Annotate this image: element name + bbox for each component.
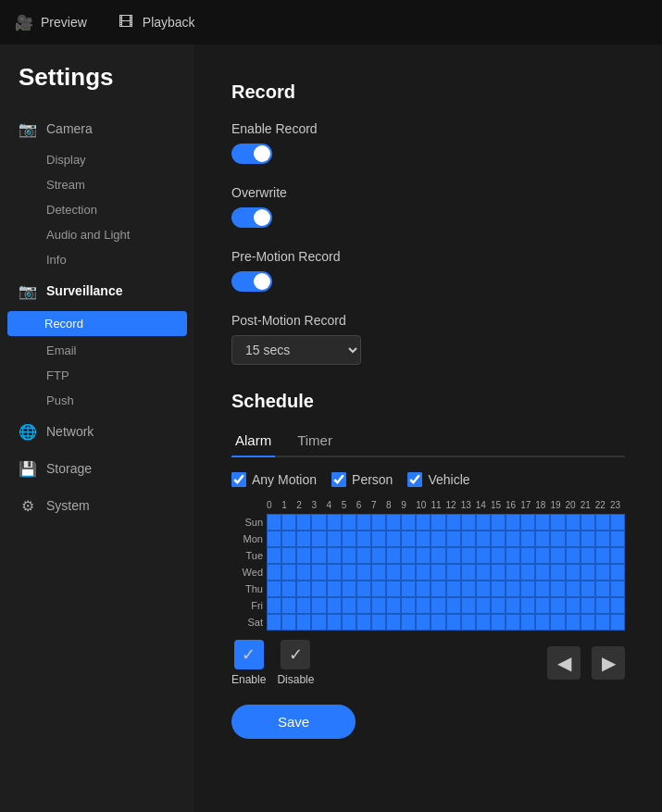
grid-cell-mon-9[interactable] (401, 531, 416, 547)
grid-cell-fri-20[interactable] (566, 597, 581, 614)
grid-cell-sat-17[interactable] (520, 614, 535, 631)
grid-cell-mon-8[interactable] (386, 531, 401, 547)
grid-cell-wed-13[interactable] (461, 564, 476, 581)
grid-cell-tue-3[interactable] (311, 547, 326, 564)
grid-cell-sat-5[interactable] (342, 614, 356, 631)
grid-cell-mon-18[interactable] (535, 531, 550, 547)
grid-cells[interactable] (267, 514, 625, 631)
grid-cell-wed-20[interactable] (566, 564, 581, 581)
save-button[interactable]: Save (231, 705, 356, 739)
sidebar-sub-audio-light[interactable]: Audio and Light (0, 222, 194, 247)
grid-row-tue[interactable] (267, 547, 625, 564)
grid-cell-wed-19[interactable] (550, 564, 565, 581)
grid-cell-wed-8[interactable] (386, 564, 401, 581)
grid-cell-fri-17[interactable] (520, 597, 535, 614)
grid-cell-sun-17[interactable] (520, 514, 535, 531)
grid-cell-tue-14[interactable] (476, 547, 491, 564)
grid-cell-tue-8[interactable] (386, 547, 401, 564)
grid-cell-thu-12[interactable] (446, 581, 461, 597)
grid-cell-sun-16[interactable] (506, 514, 520, 531)
grid-cell-tue-21[interactable] (581, 547, 595, 564)
sidebar-section-network[interactable]: 🌐 Network (0, 413, 194, 450)
grid-cell-sat-8[interactable] (386, 614, 401, 631)
sidebar-sub-push[interactable]: Push (0, 388, 194, 413)
grid-cell-thu-4[interactable] (327, 581, 342, 597)
grid-cell-wed-5[interactable] (342, 564, 356, 581)
tab-timer[interactable]: Timer (294, 427, 336, 456)
grid-cell-sat-1[interactable] (281, 614, 296, 631)
grid-cell-mon-22[interactable] (595, 531, 610, 547)
grid-cell-thu-1[interactable] (281, 581, 296, 597)
grid-cell-mon-0[interactable] (267, 531, 281, 547)
grid-cell-sat-2[interactable] (296, 614, 311, 631)
grid-cell-wed-10[interactable] (416, 564, 431, 581)
grid-cell-fri-6[interactable] (356, 597, 371, 614)
grid-cell-fri-10[interactable] (416, 597, 431, 614)
sidebar-sub-email[interactable]: Email (0, 338, 194, 363)
grid-cell-sun-0[interactable] (267, 514, 281, 531)
grid-cell-thu-2[interactable] (296, 581, 311, 597)
sidebar-sub-detection[interactable]: Detection (0, 197, 194, 222)
pre-motion-toggle[interactable] (231, 271, 272, 292)
grid-cell-sat-20[interactable] (566, 614, 581, 631)
grid-cell-sat-19[interactable] (550, 614, 565, 631)
grid-next-button[interactable]: ▶ (592, 646, 625, 680)
grid-cell-sun-2[interactable] (296, 514, 311, 531)
grid-cell-thu-6[interactable] (356, 581, 371, 597)
sidebar-sub-stream[interactable]: Stream (0, 172, 194, 197)
grid-cell-fri-2[interactable] (296, 597, 311, 614)
grid-cell-thu-22[interactable] (595, 581, 610, 597)
grid-cell-sun-18[interactable] (535, 514, 550, 531)
grid-cell-fri-3[interactable] (311, 597, 326, 614)
grid-cell-wed-7[interactable] (371, 564, 386, 581)
grid-cell-mon-20[interactable] (566, 531, 581, 547)
grid-cell-wed-3[interactable] (311, 564, 326, 581)
grid-cell-tue-15[interactable] (491, 547, 506, 564)
grid-cell-wed-15[interactable] (491, 564, 506, 581)
grid-cell-fri-1[interactable] (281, 597, 296, 614)
grid-cell-sat-7[interactable] (371, 614, 386, 631)
grid-cell-fri-7[interactable] (371, 597, 386, 614)
grid-cell-sat-4[interactable] (327, 614, 342, 631)
grid-cell-tue-17[interactable] (520, 547, 535, 564)
grid-cell-fri-12[interactable] (446, 597, 461, 614)
grid-cell-wed-16[interactable] (506, 564, 520, 581)
grid-cell-fri-4[interactable] (327, 597, 342, 614)
grid-cell-tue-18[interactable] (535, 547, 550, 564)
grid-cell-mon-14[interactable] (476, 531, 491, 547)
grid-cell-tue-7[interactable] (371, 547, 386, 564)
grid-row-fri[interactable] (267, 597, 625, 614)
grid-cell-mon-7[interactable] (371, 531, 386, 547)
grid-cell-thu-5[interactable] (342, 581, 356, 597)
grid-cell-fri-5[interactable] (342, 597, 356, 614)
post-motion-select[interactable]: 5 secs 10 secs 15 secs 30 secs 60 secs (231, 335, 361, 365)
grid-cell-fri-19[interactable] (550, 597, 565, 614)
grid-cell-wed-2[interactable] (296, 564, 311, 581)
grid-cell-sun-3[interactable] (311, 514, 326, 531)
grid-cell-sat-18[interactable] (535, 614, 550, 631)
grid-cell-mon-21[interactable] (581, 531, 595, 547)
grid-cell-wed-22[interactable] (595, 564, 610, 581)
grid-cell-sun-13[interactable] (461, 514, 476, 531)
grid-cell-sat-13[interactable] (461, 614, 476, 631)
checkbox-vehicle[interactable]: Vehicle (407, 472, 469, 487)
grid-cell-thu-8[interactable] (386, 581, 401, 597)
grid-cell-sat-23[interactable] (610, 614, 625, 631)
grid-cell-sat-16[interactable] (506, 614, 520, 631)
grid-cell-wed-17[interactable] (520, 564, 535, 581)
grid-cell-sun-14[interactable] (476, 514, 491, 531)
sidebar-section-storage[interactable]: 💾 Storage (0, 450, 194, 487)
grid-cell-sun-10[interactable] (416, 514, 431, 531)
grid-row-sun[interactable] (267, 514, 625, 531)
grid-cell-fri-21[interactable] (581, 597, 595, 614)
sidebar-sub-info[interactable]: Info (0, 247, 194, 272)
grid-cell-fri-15[interactable] (491, 597, 506, 614)
grid-cell-tue-23[interactable] (610, 547, 625, 564)
grid-cell-sat-12[interactable] (446, 614, 461, 631)
grid-cell-thu-3[interactable] (311, 581, 326, 597)
grid-cell-fri-22[interactable] (595, 597, 610, 614)
grid-cell-mon-11[interactable] (431, 531, 445, 547)
grid-cell-fri-14[interactable] (476, 597, 491, 614)
grid-cell-wed-23[interactable] (610, 564, 625, 581)
grid-cell-mon-16[interactable] (506, 531, 520, 547)
